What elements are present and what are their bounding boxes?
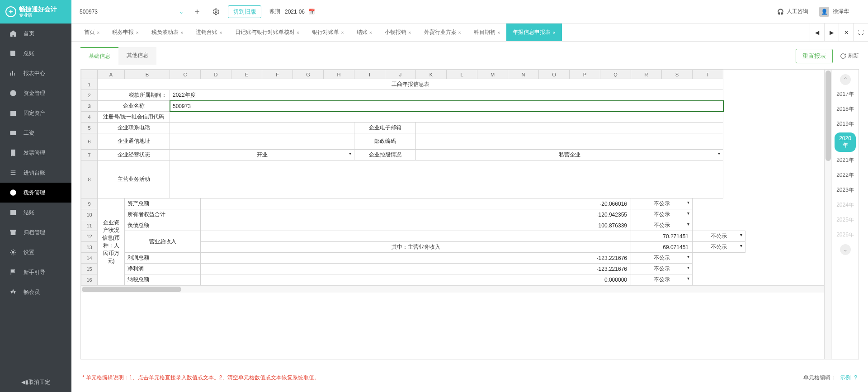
col-header[interactable]: F xyxy=(262,70,293,79)
year-option[interactable]: 2023年 xyxy=(832,183,859,198)
tab-2[interactable]: 税负波动表× xyxy=(145,24,189,41)
sidebar-item-home[interactable]: 首页 xyxy=(0,24,71,43)
help-icon[interactable]: ? xyxy=(854,374,857,381)
sidebar-item-fund[interactable]: 资金管理 xyxy=(0,83,71,103)
tab-1[interactable]: 税务申报× xyxy=(106,24,145,41)
main-biz-cell[interactable] xyxy=(170,161,723,198)
row-header[interactable]: 14 xyxy=(81,253,98,264)
col-header[interactable]: G xyxy=(293,70,324,79)
fin-value[interactable]: 70.271451 xyxy=(631,231,693,242)
col-header[interactable]: P xyxy=(570,70,600,79)
col-header[interactable]: O xyxy=(539,70,570,79)
year-option[interactable]: 2017年 xyxy=(832,87,859,102)
tab-9[interactable]: 科目期初× xyxy=(467,24,506,41)
col-header[interactable]: D xyxy=(201,70,231,79)
sidebar-item-invoice[interactable]: 发票管理 xyxy=(0,143,71,163)
tab-scroll-left[interactable]: ◀ xyxy=(810,24,825,41)
contact-phone-cell[interactable] xyxy=(170,123,354,133)
tab-5[interactable]: 银行对账单× xyxy=(306,24,350,41)
row-header[interactable]: 5 xyxy=(81,123,98,133)
tab-close-all[interactable]: ✕ xyxy=(839,24,854,41)
col-header[interactable]: L xyxy=(447,70,477,79)
col-header[interactable]: J xyxy=(385,70,416,79)
close-icon[interactable]: × xyxy=(97,30,99,35)
close-icon[interactable]: × xyxy=(341,30,344,35)
sidebar-item-asset[interactable]: 固定资产 xyxy=(0,103,71,123)
fin-sub-blank[interactable] xyxy=(201,231,631,242)
tab-6[interactable]: 结账× xyxy=(350,24,378,41)
row-header[interactable]: 4 xyxy=(81,112,98,123)
close-icon[interactable]: × xyxy=(369,30,372,35)
row-header[interactable]: 12 xyxy=(81,231,98,242)
col-header[interactable]: N xyxy=(508,70,539,79)
tab-scroll-right[interactable]: ▶ xyxy=(825,24,839,41)
close-icon[interactable]: × xyxy=(497,30,500,35)
address-cell[interactable] xyxy=(170,133,354,150)
sidebar-item-tax[interactable]: 税务管理 xyxy=(0,183,71,203)
col-header[interactable]: T xyxy=(693,70,723,79)
sidebar-item-psi[interactable]: 进销台账 xyxy=(0,163,71,183)
col-header[interactable]: S xyxy=(662,70,693,79)
company-name-cell[interactable]: 500973 xyxy=(170,101,723,112)
subtab-basic[interactable]: 基础信息 xyxy=(80,47,118,65)
sidebar-item-setting[interactable]: 设置 xyxy=(0,242,71,262)
col-header[interactable]: A xyxy=(98,70,125,79)
add-button[interactable] xyxy=(192,6,203,17)
tab-4[interactable]: 日记账与银行对账单核对× xyxy=(229,24,306,41)
tab-7[interactable]: 小畅报销× xyxy=(378,24,417,41)
fin-value[interactable]: 0.000000 xyxy=(201,274,631,285)
year-option[interactable]: 2020年 xyxy=(835,132,856,152)
col-header[interactable]: K xyxy=(416,70,447,79)
row-header[interactable]: 16 xyxy=(81,274,98,285)
fin-value[interactable]: -123.221676 xyxy=(201,264,631,274)
row-header[interactable]: 1 xyxy=(81,79,98,90)
sidebar-item-ledger[interactable]: 总账 xyxy=(0,43,71,63)
close-icon[interactable]: × xyxy=(219,30,222,35)
sidebar-item-guide[interactable]: 新手引导 xyxy=(0,262,71,282)
tax-period-value[interactable]: 2022年度 xyxy=(170,90,723,101)
publicity-select[interactable]: 不公示 xyxy=(631,274,693,285)
publicity-select[interactable]: 不公示 xyxy=(693,242,745,253)
year-scroll-down[interactable]: ⌄ xyxy=(840,244,851,255)
postal-cell[interactable] xyxy=(416,133,723,150)
sidebar-item-salary[interactable]: 工资 xyxy=(0,123,71,143)
year-option[interactable]: 2019年 xyxy=(832,117,859,132)
col-header[interactable]: B xyxy=(125,70,170,79)
close-icon[interactable]: × xyxy=(297,30,299,35)
refresh-button[interactable]: 刷新 xyxy=(840,52,859,60)
grid[interactable]: ABCDEFGHIJKLMNOPQRST 1工商年报信息表2税款所属期间：202… xyxy=(81,70,745,285)
col-header[interactable]: H xyxy=(324,70,354,79)
row-header[interactable]: 13 xyxy=(81,242,98,253)
publicity-select[interactable]: 不公示 xyxy=(631,209,693,220)
publicity-select[interactable]: 不公示 xyxy=(631,220,693,231)
row-header[interactable]: 2 xyxy=(81,90,98,101)
col-header[interactable]: E xyxy=(231,70,262,79)
reset-report-button[interactable]: 重置报表 xyxy=(796,49,833,63)
close-icon[interactable]: × xyxy=(136,30,138,35)
sidebar-item-archive[interactable]: 归档管理 xyxy=(0,222,71,242)
switch-old-button[interactable]: 切到旧版 xyxy=(228,5,261,18)
consult-button[interactable]: 🎧 人工咨询 xyxy=(777,8,808,15)
close-icon[interactable]: × xyxy=(180,30,183,35)
col-header[interactable]: Q xyxy=(600,70,631,79)
close-icon[interactable]: × xyxy=(458,30,461,35)
close-icon[interactable]: × xyxy=(408,30,411,35)
fin-value[interactable]: -120.942355 xyxy=(201,209,631,220)
row-header[interactable]: 3 xyxy=(81,101,98,112)
tab-3[interactable]: 进销台账× xyxy=(189,24,228,41)
row-header[interactable]: 9 xyxy=(81,198,98,209)
fullscreen-button[interactable]: ⛶ xyxy=(854,24,868,41)
row-header[interactable]: 15 xyxy=(81,264,98,274)
status-select[interactable]: 开业 xyxy=(170,150,354,161)
calendar-icon[interactable]: 📅 xyxy=(308,9,315,15)
unpin-button[interactable]: ◀▮ 取消固定 xyxy=(0,372,71,392)
year-option[interactable]: 2022年 xyxy=(832,168,859,183)
example-link[interactable]: 示例 xyxy=(840,374,851,381)
col-header[interactable]: M xyxy=(477,70,508,79)
vertical-scrollbar[interactable] xyxy=(824,70,831,359)
row-header[interactable]: 8 xyxy=(81,161,98,198)
fin-value[interactable]: 69.071451 xyxy=(631,242,693,253)
settings-icon[interactable] xyxy=(211,6,222,17)
year-option[interactable]: 2021年 xyxy=(832,153,859,168)
row-header[interactable]: 11 xyxy=(81,220,98,231)
